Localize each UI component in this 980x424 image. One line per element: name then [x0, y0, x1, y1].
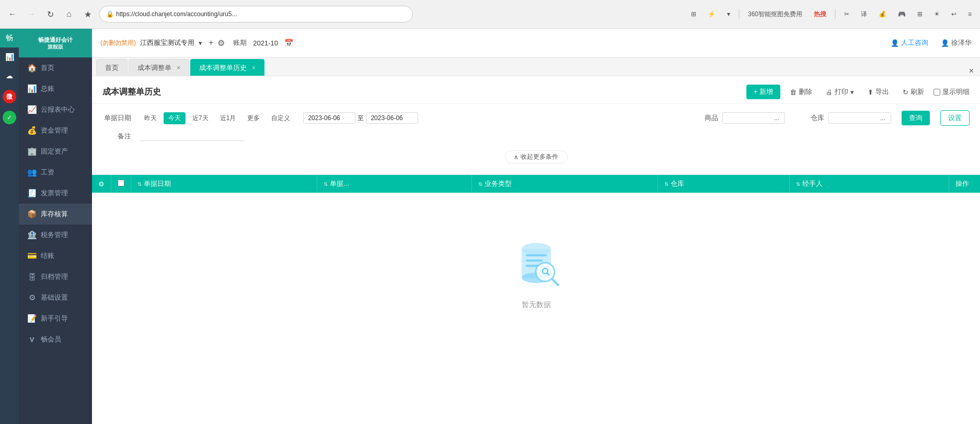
rail-item-1[interactable]: 畅: [0, 29, 19, 48]
tab-cost-adjust-history-close[interactable]: ×: [252, 64, 256, 72]
home-icon: 🏠: [27, 63, 37, 73]
settings-filter-button[interactable]: 设置: [940, 110, 970, 126]
sidebar-item-reports[interactable]: 📈 云报表中心: [19, 99, 92, 120]
divider: [739, 9, 740, 19]
sidebar-item-member[interactable]: V 畅会员: [19, 329, 92, 350]
date-btn-more[interactable]: 更多: [243, 112, 264, 124]
sidebar-item-invoice[interactable]: 🧾 发票管理: [19, 183, 92, 204]
query-button[interactable]: 查询: [902, 111, 930, 125]
tab-home[interactable]: 首页: [96, 59, 128, 76]
undo-icon[interactable]: ↩: [948, 9, 960, 19]
select-all-checkbox[interactable]: [118, 180, 124, 186]
date-btn-custom[interactable]: 自定义: [267, 112, 295, 124]
tax-icon: 🏦: [27, 230, 37, 240]
consult-button[interactable]: 👤 人工咨询: [891, 38, 928, 48]
sidebar-item-settings-label: 基础设置: [41, 293, 68, 302]
gamepad-icon[interactable]: 🎮: [895, 9, 909, 19]
search-label[interactable]: 360智能抠图免费用: [745, 9, 805, 20]
sidebar-item-settlement[interactable]: 💳 结账: [19, 245, 92, 266]
company-dropdown-icon[interactable]: ▾: [199, 39, 202, 47]
translate-icon[interactable]: 译: [858, 9, 870, 20]
notes-filter-label: 备注: [102, 132, 131, 141]
goods-more-icon: ...: [774, 114, 779, 122]
collapse-button[interactable]: ∧ 收起更多条件: [505, 150, 568, 163]
export-button[interactable]: ⬆ 导出: [863, 85, 893, 99]
refresh-button[interactable]: ↻: [43, 7, 57, 21]
back-button[interactable]: ←: [5, 7, 20, 21]
sidebar-item-guide[interactable]: 📝 新手引导: [19, 308, 92, 329]
lightning-icon[interactable]: ⚡: [705, 9, 719, 19]
home-button[interactable]: ⌂: [62, 7, 76, 21]
date-to-input[interactable]: [366, 112, 418, 124]
goods-filter: 商品 ...: [689, 112, 785, 124]
url-bar[interactable]: 🔒 https://cloud.chanjet.com/accounting/u…: [99, 6, 413, 22]
print-button[interactable]: 🖨 打印 ▾: [822, 85, 858, 99]
sidebar-item-tax-label: 税务管理: [41, 230, 68, 240]
settings-gear-icon[interactable]: ⚙: [217, 38, 225, 48]
sidebar-item-salary[interactable]: 👥 工资: [19, 162, 92, 183]
notes-input[interactable]: [140, 131, 244, 141]
th-gear[interactable]: ⚙: [92, 175, 111, 193]
th-operator[interactable]: ⇅ 经手人: [790, 175, 949, 193]
collapse-row: ∧ 收起更多条件: [102, 146, 970, 168]
th-biz-type[interactable]: ⇅ 业务类型: [471, 175, 658, 193]
add-company-icon[interactable]: +: [209, 38, 213, 48]
sidebar-item-tax[interactable]: 🏦 税务管理: [19, 225, 92, 245]
warning-text: (勿删勿禁用): [100, 39, 136, 48]
close-panel-button[interactable]: ×: [963, 66, 980, 76]
date-btn-1month[interactable]: 近1月: [215, 112, 241, 124]
grid-icon[interactable]: ⊞: [914, 9, 926, 19]
delete-icon: 🗑: [790, 88, 797, 96]
svg-rect-4: [526, 260, 543, 262]
extensions-icon[interactable]: ⊞: [688, 9, 699, 19]
warehouse-select-button[interactable]: ...: [828, 112, 891, 124]
brightness-icon[interactable]: ☀: [931, 9, 943, 19]
sidebar-item-archive[interactable]: 🗄 归档管理: [19, 266, 92, 287]
th-warehouse[interactable]: ⇅ 仓库: [658, 175, 790, 193]
date-from-input[interactable]: [303, 112, 355, 124]
th-sort-icon-no: ⇅: [324, 181, 328, 187]
sidebar-item-settings[interactable]: ⚙ 基础设置: [19, 287, 92, 308]
th-date[interactable]: ⇅ 单据日期: [131, 175, 317, 193]
show-detail-label: 显示明细: [942, 87, 970, 97]
sidebar-item-salary-label: 工资: [41, 168, 54, 177]
sidebar-item-ledger[interactable]: 📊 总账: [19, 78, 92, 99]
export-icon: ⬆: [868, 88, 873, 96]
th-check[interactable]: [111, 175, 131, 193]
sidebar-item-fixed-assets[interactable]: 🏢 固定资产: [19, 141, 92, 162]
goods-select-button[interactable]: ...: [722, 112, 785, 124]
sidebar-item-home[interactable]: 🏠 首页: [19, 57, 92, 78]
wallet-icon[interactable]: 💰: [875, 9, 890, 19]
new-button[interactable]: + 新增: [746, 85, 780, 99]
rail-item-green[interactable]: ✓: [0, 108, 19, 127]
forward-button[interactable]: →: [24, 7, 39, 21]
date-btn-yesterday[interactable]: 昨天: [140, 112, 162, 124]
tab-cost-adjust[interactable]: 成本调整单 ×: [129, 59, 189, 76]
menu-icon[interactable]: ≡: [965, 9, 975, 19]
date-btn-today[interactable]: 今天: [164, 112, 186, 124]
scissors-icon[interactable]: ✂: [841, 9, 852, 19]
th-no[interactable]: ⇅ 单据...: [317, 175, 472, 193]
settings-icon: ⚙: [27, 293, 37, 302]
th-date-label: 单据日期: [144, 179, 171, 189]
rail-item-2[interactable]: 📊: [0, 48, 19, 66]
refresh-button-page[interactable]: ↻ 刷新: [898, 85, 928, 99]
tab-cost-adjust-history[interactable]: 成本调整单历史 ×: [190, 59, 264, 76]
warehouse-more-icon: ...: [880, 114, 885, 122]
collapse-up-icon: ∧: [514, 154, 518, 161]
sidebar-item-inventory[interactable]: 📦 库存核算: [19, 204, 92, 225]
date-btn-7days[interactable]: 近7天: [188, 112, 213, 124]
star-button[interactable]: ★: [80, 7, 95, 21]
tab-cost-adjust-close[interactable]: ×: [177, 64, 180, 72]
rail-item-weibo[interactable]: 微: [0, 87, 19, 106]
date-range-separator: 至: [358, 114, 364, 123]
calendar-icon[interactable]: 📅: [284, 39, 293, 47]
show-detail-checkbox[interactable]: [933, 89, 940, 96]
delete-button[interactable]: 🗑 删除: [786, 85, 816, 99]
empty-svg: [508, 234, 565, 292]
hot-search-icon[interactable]: 热搜: [811, 9, 829, 20]
user-menu[interactable]: 👤 徐泽华: [941, 38, 972, 48]
dropdown-icon[interactable]: ▾: [724, 9, 733, 19]
rail-item-3[interactable]: ☁: [0, 66, 19, 85]
sidebar-item-funds[interactable]: 💰 资金管理: [19, 120, 92, 141]
